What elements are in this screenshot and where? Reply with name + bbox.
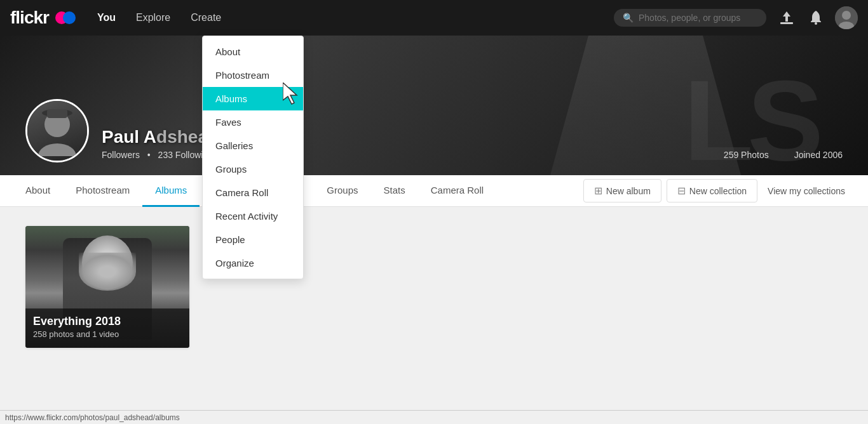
album-title: Everything 2018 [33, 315, 182, 328]
dropdown-groups[interactable]: Groups [203, 157, 303, 181]
dropdown-albums[interactable]: Albums [203, 87, 303, 110]
notifications-icon[interactable] [806, 8, 826, 28]
dropdown-people[interactable]: People [203, 228, 303, 251]
new-collection-icon: ⊟ [677, 185, 686, 197]
dropdown-organize[interactable]: Organize [203, 251, 303, 275]
followers-count: Followers [102, 150, 140, 160]
flickr-logo-icon [54, 6, 77, 29]
upload-icon[interactable] [776, 8, 797, 28]
svg-point-5 [842, 11, 851, 20]
profile-avatar[interactable] [25, 99, 89, 162]
search-bar: 🔍 [614, 9, 766, 27]
view-collections-link[interactable]: View my collections [757, 181, 855, 201]
subnav-photostream[interactable]: Photostream [63, 175, 142, 207]
svg-point-3 [815, 22, 817, 25]
svg-point-1 [63, 11, 76, 24]
subnav: About Photostream Albums Faves Galleries… [0, 175, 868, 207]
album-thumbnail: Everything 2018 258 photos and 1 video [25, 226, 189, 348]
subnav-about[interactable]: About [13, 175, 63, 207]
new-album-icon: ⊞ [594, 185, 602, 197]
profile-stats: 259 Photos Joined 2006 [724, 150, 843, 162]
top-nav: flickr You Explore Create 🔍 [0, 0, 868, 36]
joined-stat: Joined 2006 [794, 150, 843, 160]
albums-toolbar: ⊞ New album ⊟ New collection View my col… [578, 179, 855, 202]
svg-rect-2 [780, 22, 793, 24]
subnav-camera-roll[interactable]: Camera Roll [418, 175, 496, 207]
dropdown-faves[interactable]: Faves [203, 110, 303, 134]
search-icon: 🔍 [623, 13, 634, 23]
flickr-logo[interactable]: flickr [10, 8, 49, 28]
photos-stat: 259 Photos [724, 150, 769, 160]
nav-icons [776, 6, 858, 29]
new-album-label: New album [606, 186, 651, 196]
svg-rect-10 [47, 109, 67, 118]
search-input[interactable] [639, 13, 757, 23]
hero-banner: LS Paul Adshead Followers • 233 Followin… [0, 36, 868, 175]
nav-explore[interactable]: Explore [128, 7, 178, 29]
dropdown-camera-roll[interactable]: Camera Roll [203, 181, 303, 204]
you-dropdown-menu: About Photostream Albums Faves Galleries… [202, 36, 304, 279]
profile-info: Paul Adshead Followers • 233 Following [102, 127, 219, 162]
subnav-albums[interactable]: Albums [142, 175, 200, 207]
new-album-button[interactable]: ⊞ New album [583, 179, 661, 202]
dropdown-galleries[interactable]: Galleries [203, 134, 303, 157]
albums-grid: Everything 2018 258 photos and 1 video [0, 207, 868, 367]
user-avatar[interactable] [835, 6, 858, 29]
album-info-overlay: Everything 2018 258 photos and 1 video [25, 308, 189, 348]
subnav-groups[interactable]: Groups [314, 175, 370, 207]
profile-section: Paul Adshead Followers • 233 Following [25, 99, 219, 162]
new-collection-button[interactable]: ⊟ New collection [667, 179, 757, 202]
album-count: 258 photos and 1 video [33, 329, 182, 339]
new-collection-label: New collection [689, 186, 747, 196]
dropdown-photostream[interactable]: Photostream [203, 63, 303, 87]
nav-you[interactable]: You [90, 7, 123, 29]
profile-sub: Followers • 233 Following [102, 150, 219, 160]
album-card[interactable]: Everything 2018 258 photos and 1 video [25, 226, 189, 348]
nav-create[interactable]: Create [183, 7, 229, 29]
dropdown-recent-activity[interactable]: Recent Activity [203, 204, 303, 228]
svg-point-8 [38, 143, 76, 156]
profile-name: Paul Adshead [102, 127, 219, 147]
dropdown-about[interactable]: About [203, 40, 303, 63]
nav-links: You Explore Create [90, 7, 229, 29]
subnav-stats[interactable]: Stats [371, 175, 418, 207]
